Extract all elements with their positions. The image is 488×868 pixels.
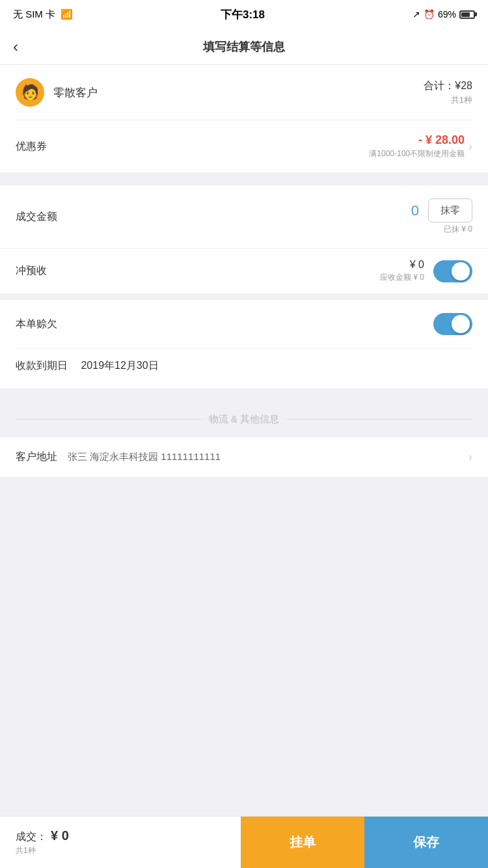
status-bar: 无 SIM 卡 📶 下午3:18 ↗ ⏰ 69% <box>0 0 488 29</box>
save-button[interactable]: 保存 <box>364 817 488 869</box>
round-off-button[interactable]: 抹零 <box>428 198 472 223</box>
logistics-section: 物流 & 其他信息 <box>0 401 488 437</box>
status-right: ↗ ⏰ 69% <box>413 9 475 20</box>
deal-amount-sub: 已抹 ¥ 0 <box>444 224 472 235</box>
debt-toggle[interactable] <box>433 313 472 335</box>
pre-receive-amount: ¥ 0 <box>380 259 424 271</box>
back-button[interactable]: ‹ <box>8 33 23 61</box>
due-date-row: 收款到期日 2019年12月30日 <box>0 349 488 388</box>
logistics-line-left <box>16 419 201 420</box>
battery-percent: 69% <box>438 9 456 20</box>
deal-section: 成交金额 0 抹零 已抹 ¥ 0 冲预收 ¥ 0 应收金额 ¥ 0 <box>0 185 488 293</box>
battery-icon <box>459 10 475 19</box>
customer-section: 🧑 零散客户 合计：¥28 共1种 优惠券 - ¥ 28.00 满1000-10… <box>0 65 488 172</box>
coupon-discount: - ¥ 28.00 <box>369 133 465 147</box>
avatar: 🧑 <box>16 78 44 107</box>
coupon-row[interactable]: 优惠券 - ¥ 28.00 满1000-100不限制使用金额 › <box>0 120 488 172</box>
pre-receive-amounts: ¥ 0 应收金额 ¥ 0 <box>380 259 424 283</box>
content-area: 🧑 零散客户 合计：¥28 共1种 优惠券 - ¥ 28.00 满1000-10… <box>0 65 488 536</box>
bottom-summary-amount: ¥ 0 <box>51 828 69 843</box>
pre-receive-toggle[interactable] <box>433 260 472 282</box>
coupon-right: - ¥ 28.00 满1000-100不限制使用金额 › <box>369 133 472 159</box>
deal-amount-row: 成交金额 0 抹零 已抹 ¥ 0 <box>0 185 488 249</box>
alarm-icon: ⏰ <box>424 9 435 20</box>
nav-bar: ‹ 填写结算等信息 <box>0 29 488 65</box>
bottom-summary-label: 成交： <box>16 830 47 844</box>
address-value: 张三 海淀永丰科技园 11111111111 <box>68 451 458 463</box>
gray-divider-1 <box>0 179 488 185</box>
status-left: 无 SIM 卡 📶 <box>13 8 73 21</box>
address-section: 客户地址 张三 海淀永丰科技园 11111111111 › <box>0 437 488 477</box>
coupon-description: 满1000-100不限制使用金额 <box>369 148 465 159</box>
deal-amount-right: 0 抹零 <box>393 198 472 223</box>
due-date-value: 2019年12月30日 <box>81 360 158 371</box>
carrier-text: 无 SIM 卡 <box>13 8 55 21</box>
debt-section: 本单赊欠 收款到期日 2019年12月30日 <box>0 300 488 388</box>
gray-divider-3 <box>0 395 488 401</box>
chevron-right-icon: › <box>468 140 472 154</box>
bottom-summary: 成交： ¥ 0 共1种 <box>0 828 241 856</box>
bottom-summary-top: 成交： ¥ 0 <box>16 828 225 844</box>
time-display: 下午3:18 <box>221 7 265 22</box>
logistics-line-right <box>287 419 472 420</box>
debt-toggle-knob <box>452 315 470 333</box>
gray-divider-2 <box>0 293 488 300</box>
customer-left: 🧑 零散客户 <box>16 78 98 107</box>
customer-name: 零散客户 <box>53 85 98 100</box>
debt-label: 本单赊欠 <box>16 318 57 331</box>
toggle-knob <box>452 262 470 280</box>
address-chevron-icon: › <box>468 450 472 464</box>
address-key: 客户地址 <box>16 450 57 464</box>
debt-row: 本单赊欠 <box>0 300 488 348</box>
pre-receive-sub: 应收金额 ¥ 0 <box>380 272 424 283</box>
coupon-label: 优惠券 <box>16 140 47 154</box>
due-date-label: 收款到期日 <box>16 360 68 371</box>
bottom-summary-count: 共1种 <box>16 845 225 856</box>
deal-amount-value[interactable]: 0 <box>393 202 419 219</box>
pre-receive-row: 冲预收 ¥ 0 应收金额 ¥ 0 <box>0 249 488 293</box>
hold-order-button[interactable]: 挂单 <box>241 817 364 869</box>
address-row[interactable]: 客户地址 张三 海淀永丰科技园 11111111111 › <box>0 437 488 477</box>
pre-receive-right: ¥ 0 应收金额 ¥ 0 <box>380 259 472 283</box>
total-count: 共1种 <box>424 94 472 106</box>
pre-receive-label: 冲预收 <box>16 264 47 278</box>
avatar-icon: 🧑 <box>21 84 39 101</box>
bottom-bar: 成交： ¥ 0 共1种 挂单 保存 <box>0 816 488 868</box>
deal-amount-label: 成交金额 <box>16 210 57 224</box>
wifi-icon: 📶 <box>61 8 73 20</box>
customer-row: 🧑 零散客户 合计：¥28 共1种 <box>0 65 488 120</box>
location-icon: ↗ <box>413 9 420 20</box>
coupon-value-wrapper: - ¥ 28.00 满1000-100不限制使用金额 <box>369 133 465 159</box>
page-title: 填写结算等信息 <box>203 39 285 55</box>
logistics-label: 物流 & 其他信息 <box>209 413 279 426</box>
customer-total: 合计：¥28 共1种 <box>424 79 472 106</box>
total-amount: 合计：¥28 <box>424 79 472 93</box>
logistics-divider: 物流 & 其他信息 <box>16 413 472 426</box>
